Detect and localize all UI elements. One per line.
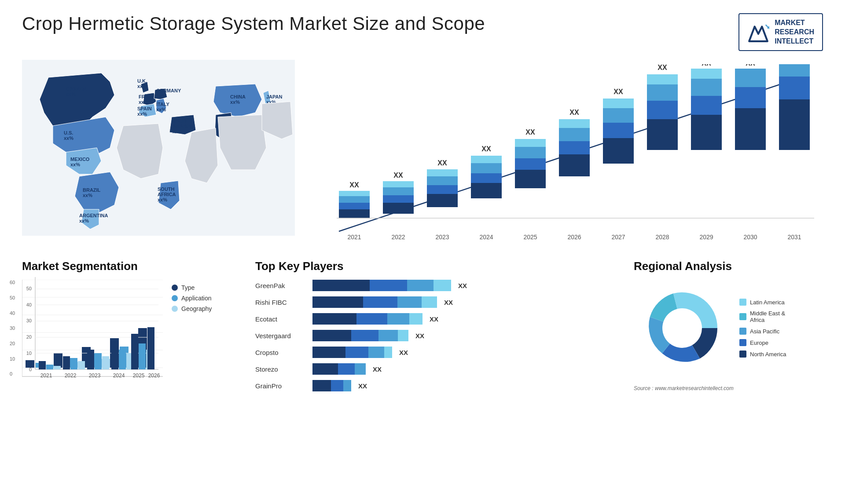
legend-app-dot	[172, 295, 178, 301]
legend-geo-dot	[172, 306, 178, 312]
legend-me-color	[739, 313, 746, 320]
legend-asia-pacific: Asia Pacific	[739, 328, 786, 335]
player-name-grainpro: GrainPro	[255, 382, 308, 390]
svg-rect-153	[111, 340, 118, 369]
logo-icon	[747, 21, 769, 43]
svg-text:2027: 2027	[611, 234, 625, 241]
player-name-cropsto: Cropsto	[255, 349, 308, 356]
svg-rect-82	[647, 74, 678, 84]
legend-na-color	[739, 351, 746, 358]
svg-text:xx%: xx%	[158, 197, 167, 202]
svg-text:50: 50	[26, 286, 32, 291]
legend-ap-color	[739, 328, 746, 335]
svg-rect-75	[603, 108, 634, 123]
legend-geography: Geography	[172, 305, 212, 312]
svg-rect-64	[515, 139, 546, 147]
svg-rect-97	[779, 99, 810, 150]
svg-rect-73	[603, 138, 634, 164]
svg-text:xx%: xx%	[230, 99, 240, 105]
player-xx-cropsto: XX	[399, 349, 408, 356]
legend-me-label: Middle East &Africa	[750, 310, 785, 323]
player-name-ecotact: Ecotact	[255, 315, 308, 323]
legend-type: Type	[172, 284, 212, 291]
key-players-section: Top Key Players GreenPak XX	[246, 259, 621, 391]
legend-na-label: North America	[750, 351, 786, 358]
svg-text:2025: 2025	[523, 234, 537, 241]
svg-rect-151	[95, 353, 102, 369]
legend-type-label: Type	[181, 284, 195, 291]
svg-rect-147	[63, 356, 70, 369]
bar-chart-section: XX 2021 XX 2022 XX 2023	[304, 60, 823, 251]
svg-rect-157	[139, 343, 146, 369]
svg-text:MEXICO: MEXICO	[70, 157, 90, 162]
player-row-ecotact: Ecotact XX	[255, 313, 621, 325]
player-bar-storezo: XX	[312, 363, 382, 375]
svg-rect-44	[383, 195, 414, 203]
svg-rect-156	[131, 334, 138, 369]
svg-rect-61	[515, 170, 546, 188]
svg-marker-0	[749, 27, 768, 41]
svg-rect-124	[22, 273, 163, 387]
svg-rect-74	[603, 123, 634, 138]
svg-text:xx%: xx%	[70, 162, 80, 167]
segmentation-chart-svg2: 0 10 20 30 40 50 2021 2022 2023 2024 202…	[22, 273, 163, 387]
svg-text:XX: XX	[569, 109, 579, 116]
svg-text:xx%: xx%	[156, 107, 166, 112]
svg-rect-37	[339, 209, 370, 218]
player-bar-ecotact: XX	[312, 313, 438, 325]
svg-text:U.K.: U.K.	[137, 78, 147, 84]
svg-text:xx%: xx%	[137, 111, 147, 117]
header: Crop Hermetic Storage System Market Size…	[22, 13, 823, 51]
logo-area: MARKET RESEARCH INTELLECT	[738, 13, 823, 51]
svg-text:2021: 2021	[347, 234, 361, 241]
svg-text:2029: 2029	[699, 234, 713, 241]
page-container: Crop Hermetic Storage System Market Size…	[0, 0, 845, 504]
player-xx-greenpak: XX	[458, 282, 467, 289]
svg-text:30: 30	[26, 318, 32, 323]
svg-text:GERMANY: GERMANY	[156, 88, 181, 93]
svg-text:XX: XX	[525, 128, 535, 136]
svg-text:2025: 2025	[133, 373, 145, 379]
svg-text:XX: XX	[746, 64, 755, 67]
regional-legend: Latin America Middle East &Africa Asia P…	[739, 299, 786, 358]
svg-text:0: 0	[29, 367, 32, 372]
svg-text:2031: 2031	[787, 234, 801, 241]
svg-text:2030: 2030	[743, 234, 757, 241]
svg-text:XX: XX	[481, 145, 491, 153]
svg-text:xx%: xx%	[83, 193, 92, 198]
legend-latin-america: Latin America	[739, 299, 786, 306]
legend-middle-east: Middle East &Africa	[739, 310, 786, 323]
svg-rect-79	[647, 119, 678, 150]
svg-text:2022: 2022	[391, 234, 405, 241]
svg-text:CHINA: CHINA	[230, 94, 246, 99]
svg-text:xx%: xx%	[64, 135, 73, 141]
player-row-rishi: Rishi FIBC XX	[255, 296, 621, 308]
svg-rect-88	[691, 79, 722, 96]
svg-text:XX: XX	[437, 159, 447, 167]
svg-text:ARGENTINA: ARGENTINA	[79, 213, 108, 218]
legend-application: Application	[172, 295, 212, 302]
svg-text:2024: 2024	[479, 234, 493, 241]
svg-rect-146	[54, 366, 61, 369]
player-bar-grainpro: XX	[312, 380, 367, 391]
svg-rect-67	[559, 154, 590, 176]
svg-rect-57	[471, 163, 502, 173]
player-xx-storezo: XX	[373, 365, 382, 373]
donut-chart-svg	[634, 280, 731, 376]
svg-text:2023: 2023	[435, 234, 449, 241]
legend-latin-label: Latin America	[750, 299, 785, 306]
svg-text:SOUTH: SOUTH	[158, 186, 175, 192]
svg-text:SPAIN: SPAIN	[137, 106, 152, 111]
svg-text:BRAZIL: BRAZIL	[83, 187, 101, 193]
svg-rect-87	[691, 96, 722, 115]
svg-text:xx%: xx%	[139, 99, 148, 105]
svg-rect-154	[119, 350, 126, 369]
player-row-greenpak: GreenPak XX	[255, 280, 621, 291]
svg-point-160	[662, 308, 702, 348]
svg-rect-80	[647, 101, 678, 119]
player-row-cropsto: Cropsto XX	[255, 347, 621, 358]
svg-rect-144	[39, 361, 46, 369]
world-map-svg: CANADA xx% U.S. xx% MEXICO xx% BRAZIL xx…	[22, 60, 295, 236]
svg-rect-46	[383, 181, 414, 187]
svg-text:XX: XX	[658, 64, 667, 71]
